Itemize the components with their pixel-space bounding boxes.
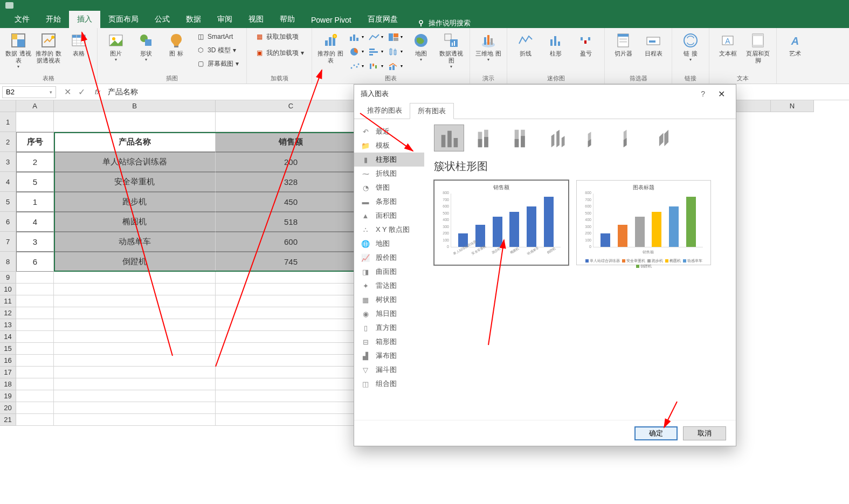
cell-B7[interactable]: 动感单车 [54,232,216,252]
textbox-button[interactable]: A文本框 [714,30,742,59]
cat-item-7[interactable]: ∴X Y 散点图 [354,223,424,237]
cell-C19[interactable] [216,390,367,402]
spark-line-button[interactable]: 折线 [512,30,540,59]
cell-B12[interactable] [54,307,216,319]
ribbon-tab-7[interactable]: 视图 [240,11,272,28]
cell-B18[interactable] [54,378,216,390]
cell-C11[interactable] [216,295,367,307]
row-header-7[interactable]: 7 [0,232,16,252]
recommended-charts-button[interactable]: ? 推荐的 图表 [316,30,344,66]
row-header-5[interactable]: 5 [0,192,16,212]
cancel-button[interactable]: 取消 [683,426,726,440]
column-chart-button[interactable]: ▾ [347,30,366,44]
pivot-table-button[interactable]: 数据 透视表▾ [4,30,32,71]
waterfall-chart-button[interactable]: ▾ [366,59,385,73]
row-header-4[interactable]: 4 [0,172,16,192]
cat-item-0[interactable]: ↶最近 [354,125,424,139]
cell-C8[interactable]: 745 [216,252,367,272]
cell-A13[interactable] [16,319,54,331]
dialog-titlebar[interactable]: 插入图表 ? ✕ [354,85,736,103]
row-header-6[interactable]: 6 [0,212,16,232]
cell-B13[interactable] [54,319,216,331]
cell-B9[interactable] [54,272,216,284]
row-header-18[interactable]: 18 [0,378,16,390]
cell-A18[interactable] [16,378,54,390]
cell-C3[interactable]: 200 [216,152,367,172]
row-header-17[interactable]: 17 [0,367,16,378]
pictures-button[interactable]: 图片▾ [102,30,130,64]
cat-item-15[interactable]: ⊟箱形图 [354,335,424,349]
row-header-21[interactable]: 21 [0,414,16,426]
cell-C6[interactable]: 518 [216,212,367,232]
cell-B15[interactable] [54,343,216,355]
col-header-B[interactable]: B [54,100,216,112]
rec-pivot-button[interactable]: 推荐的 数据透视表 [34,30,63,66]
row-header-3[interactable]: 3 [0,152,16,172]
cat-item-6[interactable]: ▲面积图 [354,209,424,223]
cell-B5[interactable]: 跑步机 [54,192,216,212]
cell-A9[interactable] [16,272,54,284]
cell-C18[interactable] [216,378,367,390]
cat-item-10[interactable]: ◨曲面图 [354,265,424,279]
cell-A19[interactable] [16,390,54,402]
cell-C13[interactable] [216,319,367,331]
cell-A16[interactable] [16,355,54,367]
scatter-chart-button[interactable]: ▾ [347,59,366,73]
cat-item-11[interactable]: ✦雷达图 [354,279,424,293]
subtype-6[interactable] [654,125,684,151]
subtype-4[interactable] [581,125,611,151]
cell-B21[interactable] [54,414,216,426]
col-header-N[interactable]: N [771,100,814,112]
spark-winloss-button[interactable]: 盈亏 [572,30,600,59]
subtype-3[interactable] [544,125,574,151]
cat-item-14[interactable]: ▯直方图 [354,321,424,335]
subtype-5[interactable] [617,125,647,151]
row-header-10[interactable]: 10 [0,284,16,295]
cell-A1[interactable] [16,112,54,132]
cell-C12[interactable] [216,307,367,319]
wordart-button[interactable]: A艺术 [781,30,809,59]
cat-item-16[interactable]: ▟瀑布图 [354,349,424,363]
cell-B4[interactable]: 安全举重机 [54,172,216,192]
cell-B2[interactable]: 产品名称 [54,132,216,152]
cell-A7[interactable]: 3 [16,232,54,252]
cell-C10[interactable] [216,284,367,295]
slicer-button[interactable]: 切片器 [609,30,637,59]
cell-C14[interactable] [216,331,367,343]
get-addins-button[interactable]: ▦获取加载项 [251,30,307,43]
cell-B19[interactable] [54,390,216,402]
ribbon-tab-4[interactable]: 公式 [147,11,178,28]
cat-item-8[interactable]: 🌐地图 [354,237,424,251]
cell-B14[interactable] [54,331,216,343]
cell-A8[interactable]: 6 [16,252,54,272]
cell-A10[interactable] [16,284,54,295]
cell-A12[interactable] [16,307,54,319]
cancel-edit-button[interactable]: ✕ [60,86,74,98]
cells[interactable]: 序号产品名称销售额2单人站综合训练器2005安全举重机3281跑步机4504椭圆… [16,112,367,426]
cell-C17[interactable] [216,367,367,378]
row-header-12[interactable]: 12 [0,307,16,319]
header-footer-button[interactable]: 页眉和页脚 [744,30,772,66]
col-header-A[interactable]: A [16,100,54,112]
screenshot-button[interactable]: ▢屏幕截图 ▾ [192,57,242,70]
cat-item-3[interactable]: ⁓折线图 [354,167,424,181]
cell-A5[interactable]: 1 [16,192,54,212]
shapes-button[interactable]: 形状▾ [132,30,160,64]
cell-A17[interactable] [16,367,54,378]
cat-item-18[interactable]: ◫组合图 [354,377,424,391]
spark-col-button[interactable]: 柱形 [542,30,570,59]
ribbon-tab-0[interactable]: 文件 [6,11,38,28]
row-header-2[interactable]: 2 [0,132,16,152]
cell-C9[interactable] [216,272,367,284]
subtype-2[interactable] [507,125,537,151]
cell-C21[interactable] [216,414,367,426]
cell-C16[interactable] [216,355,367,367]
ribbon-tab-2[interactable]: 插入 [69,11,100,28]
cell-C5[interactable]: 450 [216,192,367,212]
cell-C15[interactable] [216,343,367,355]
cat-item-2[interactable]: ▮柱形图 [354,153,424,167]
ribbon-tab-10[interactable]: 百度网盘 [360,11,406,28]
3dmodel-button[interactable]: ⬡3D 模型 ▾ [192,44,242,57]
cell-C7[interactable]: 600 [216,232,367,252]
timeline-button[interactable]: 日程表 [639,30,667,59]
